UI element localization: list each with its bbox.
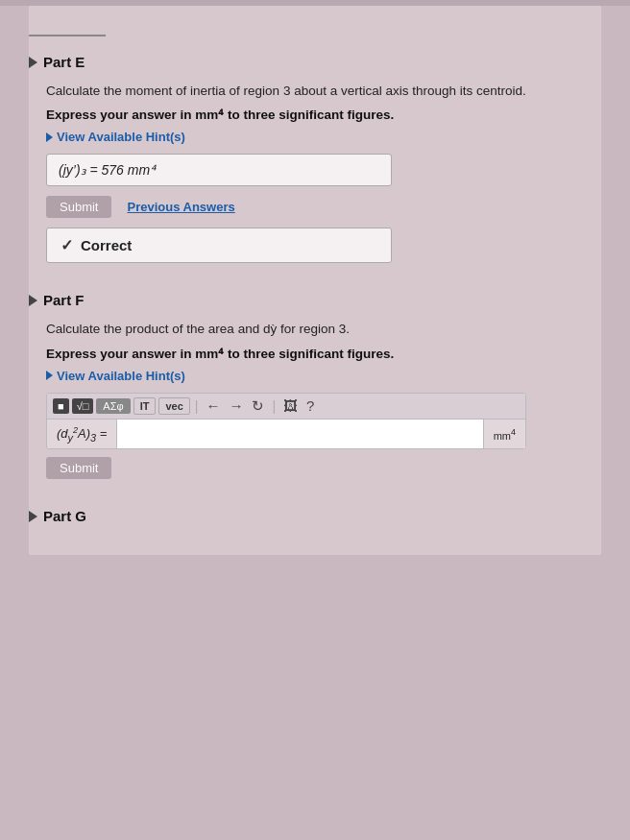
toolbar-sep2: | [272, 398, 276, 414]
part-f-hint[interactable]: View Available Hint(s) [46, 369, 601, 383]
unit-text-f: mm4 [494, 427, 516, 442]
part-e-answer-formula: (įy’)₃ = 576 mm⁴ [59, 162, 156, 178]
part-e-answer-box: (įy’)₃ = 576 mm⁴ [46, 154, 392, 186]
part-e-previous-answers[interactable]: Previous Answers [127, 200, 234, 214]
toolbar-help-btn[interactable]: ? [303, 397, 317, 414]
part-f-instruction: Express your answer in mm⁴ to three sign… [46, 346, 601, 361]
toolbar-vec-btn[interactable]: vec [158, 397, 189, 415]
collapse-icon-g[interactable] [29, 511, 37, 522]
toolbar-sqrt-btn[interactable]: √□ [72, 398, 94, 414]
part-e-section: Part E Calculate the moment of inertia o… [29, 54, 601, 282]
part-e-instruction: Express your answer in mm⁴ to three sign… [46, 107, 601, 122]
section-divider [29, 35, 106, 36]
toolbar-image-btn[interactable]: 🖼 [280, 397, 301, 414]
part-e-correct-banner: ✓ Correct [46, 228, 392, 263]
toolbar-sep1: | [195, 398, 199, 414]
part-e-submit-button[interactable]: Submit [46, 196, 111, 218]
toolbar-redo-btn[interactable]: → [226, 397, 246, 414]
collapse-icon-f[interactable] [29, 295, 37, 306]
hint-triangle-icon-f [46, 371, 53, 380]
input-area-inner: (dy2A)3 = mm4 [47, 420, 525, 449]
part-f-body: Calculate the product of the area and dỳ… [46, 320, 601, 479]
part-e-correct-label: Correct [81, 237, 132, 253]
part-e-submit-row: Submit Previous Answers [46, 196, 601, 218]
part-f-description: Calculate the product of the area and dỳ… [46, 320, 601, 339]
collapse-icon-e[interactable] [29, 57, 37, 68]
checkmark-icon: ✓ [61, 236, 73, 254]
part-f-hint-label: View Available Hint(s) [57, 369, 185, 383]
part-e-title: Part E [43, 54, 85, 70]
part-e-body: Calculate the moment of inertia of regio… [46, 82, 601, 263]
content-area: Part E Calculate the moment of inertia o… [29, 6, 601, 555]
part-e-description: Calculate the moment of inertia of regio… [46, 82, 601, 101]
part-g-title: Part G [43, 508, 86, 524]
toolbar-undo-btn[interactable]: ← [203, 397, 223, 414]
hint-triangle-icon-e [46, 132, 53, 142]
toolbar-square-btn[interactable]: ■ [53, 398, 69, 414]
toolbar-it-btn[interactable]: IT [133, 397, 157, 415]
part-g-header: Part G [29, 508, 601, 524]
input-label: (dy2A)3 = [47, 420, 117, 449]
math-input-wrapper: ■ √□ AΣφ IT vec | ← → ↻ | 🖼 ? [46, 393, 526, 450]
toolbar-refresh-btn[interactable]: ↻ [249, 397, 267, 415]
toolbar-sigma-btn[interactable]: AΣφ [96, 398, 130, 414]
part-f-title: Part F [43, 292, 85, 308]
part-f-section: Part F Calculate the product of the area… [29, 292, 601, 498]
answer-input-f[interactable] [117, 420, 482, 449]
part-g-section: Part G [29, 508, 601, 555]
part-e-header: Part E [29, 54, 601, 70]
part-f-header: Part F [29, 292, 601, 308]
part-f-submit-button[interactable]: Submit [46, 457, 111, 479]
page-wrapper: Part E Calculate the moment of inertia o… [0, 0, 630, 555]
math-toolbar: ■ √□ AΣφ IT vec | ← → ↻ | 🖼 ? [47, 394, 525, 420]
part-e-hint-label: View Available Hint(s) [57, 130, 185, 144]
input-label-text: (dy2A)3 = [57, 425, 107, 444]
part-e-hint[interactable]: View Available Hint(s) [46, 130, 601, 144]
unit-label-f: mm4 [483, 420, 525, 449]
